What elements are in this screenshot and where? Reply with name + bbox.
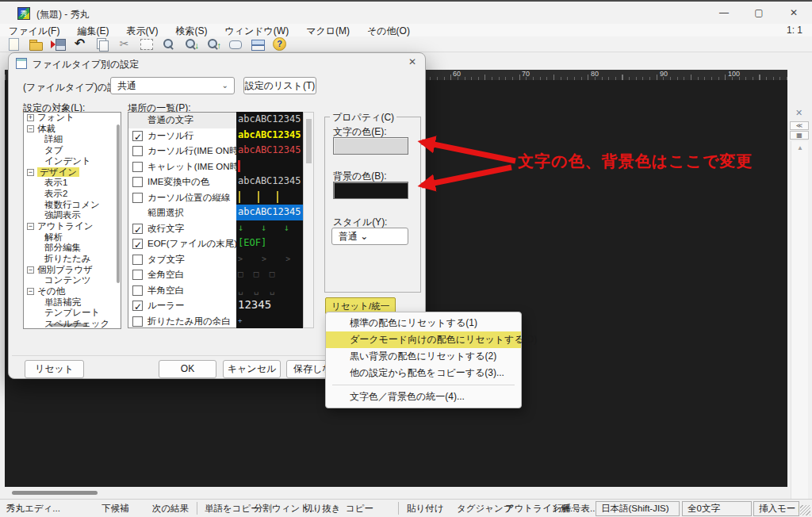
copy-icon[interactable] xyxy=(95,37,109,51)
tree-item[interactable]: −アウトライン xyxy=(24,221,121,232)
search-up-icon[interactable]: ↑ xyxy=(206,37,220,51)
expand-plus-icon[interactable]: + xyxy=(27,114,34,121)
tree-item[interactable]: タブ xyxy=(24,145,121,156)
reset-button[interactable]: リセット xyxy=(25,360,84,378)
tree-item[interactable]: 表示2 xyxy=(24,189,121,200)
tree-item[interactable]: コンテンツ xyxy=(24,275,121,286)
tree-item[interactable]: 折りたたみ xyxy=(24,254,121,265)
location-checkbox[interactable] xyxy=(132,177,143,187)
maximize-button[interactable]: ▢ xyxy=(741,2,776,24)
location-item[interactable]: カーソル行 xyxy=(128,128,236,144)
location-checkbox[interactable] xyxy=(132,270,143,280)
location-item[interactable]: ルーラー xyxy=(128,298,236,314)
statusbar-item[interactable]: コピー xyxy=(346,503,373,515)
cut-icon[interactable]: ✂ xyxy=(117,37,131,51)
ok-button[interactable]: OK xyxy=(159,360,216,378)
collapse-minus-icon[interactable]: − xyxy=(27,288,34,295)
open-folder-icon[interactable] xyxy=(29,37,42,51)
statusbar-item[interactable]: 貼り付け xyxy=(407,503,444,515)
new-file-icon[interactable] xyxy=(6,37,20,51)
location-item[interactable]: 全角空白 xyxy=(128,267,236,283)
tree-item[interactable]: +フォント xyxy=(24,113,121,124)
collapse-minus-icon[interactable]: − xyxy=(27,223,34,230)
resize-grip[interactable] xyxy=(800,505,810,515)
context-menu-item[interactable]: 他の設定から配色をコピーする(3)... xyxy=(326,365,521,381)
vertical-scrollbar[interactable]: ▲ xyxy=(791,141,808,517)
location-item[interactable]: キャレット(IME ON時) xyxy=(128,159,236,175)
tree-item[interactable]: 解析 xyxy=(24,232,121,243)
location-item[interactable]: カーソル行(IME ON時) xyxy=(128,144,236,159)
location-checkbox[interactable] xyxy=(132,193,143,203)
location-checkbox[interactable] xyxy=(132,224,143,234)
tree-item[interactable]: −その他 xyxy=(24,286,121,297)
location-checkbox[interactable] xyxy=(132,162,143,172)
hscroll-thumb[interactable] xyxy=(12,491,98,495)
settings-list-button[interactable]: 設定のリスト(T) xyxy=(243,77,316,94)
location-checkbox[interactable] xyxy=(132,285,143,296)
tree-item[interactable]: −デザイン xyxy=(24,167,121,178)
filetype-combo[interactable]: 共通 ⌄ xyxy=(110,77,235,94)
location-checkbox[interactable] xyxy=(132,301,143,311)
collapse-minus-icon[interactable]: − xyxy=(27,169,34,176)
statusbar-item[interactable]: 下候補 xyxy=(102,503,129,515)
statusbar-cell[interactable]: 全0文字 xyxy=(682,501,752,516)
split-window-icon[interactable] xyxy=(251,37,264,51)
search-icon[interactable] xyxy=(162,37,175,51)
location-checkbox[interactable] xyxy=(132,131,143,141)
preview-scroll-thumb[interactable] xyxy=(306,119,312,163)
scroll-up-icon[interactable]: ▲ xyxy=(797,144,803,151)
location-checkbox[interactable] xyxy=(132,316,143,327)
select-all-icon[interactable] xyxy=(140,37,153,51)
location-item[interactable]: タブ文字 xyxy=(128,252,236,268)
context-menu-item[interactable]: 標準の配色にリセットする(1) xyxy=(326,315,521,331)
location-checkbox[interactable] xyxy=(132,255,143,265)
text-color-button[interactable] xyxy=(333,137,408,155)
statusbar-cell[interactable]: 日本語(Shift-JIS) xyxy=(596,501,680,516)
tree-item[interactable]: −個別ブラウザ xyxy=(24,265,121,276)
statusbar-item[interactable]: 行番号表... xyxy=(553,503,598,515)
close-button[interactable]: ✕ xyxy=(776,2,811,24)
location-item[interactable]: IME変換中の色 xyxy=(128,174,236,190)
location-item[interactable]: EOF(ファイルの末尾) xyxy=(128,236,236,252)
statusbar-item[interactable]: 秀丸エディ... xyxy=(6,503,60,515)
location-item[interactable]: 範囲選択 xyxy=(128,205,236,221)
minimize-button[interactable]: — xyxy=(707,2,741,24)
statusbar-item[interactable]: 単語をコピー xyxy=(205,503,260,515)
panel-collapse-icon[interactable]: ≪ xyxy=(790,121,809,130)
tree-item[interactable]: 表示1 xyxy=(24,178,121,189)
statusbar-cell[interactable]: 挿入モード xyxy=(753,501,799,516)
context-menu-item[interactable]: 黒い背景の配色にリセットする(2) xyxy=(326,348,521,365)
location-checkbox[interactable] xyxy=(132,239,143,249)
style-combo[interactable]: 普通 ⌄ xyxy=(331,228,408,245)
tree-item[interactable]: 複数行コメン xyxy=(24,200,121,211)
location-item[interactable]: 普通の文字 xyxy=(128,113,236,128)
tree-item[interactable]: インデント xyxy=(24,156,121,167)
horizontal-scrollbar[interactable] xyxy=(5,487,787,498)
location-item[interactable]: 折りたたみ用の余白 xyxy=(128,314,236,329)
panel-grid-icon[interactable]: ▦ xyxy=(790,131,809,140)
undo-icon[interactable]: ↶ xyxy=(73,37,86,51)
collapse-minus-icon[interactable]: − xyxy=(27,125,34,132)
collapse-minus-icon[interactable]: − xyxy=(27,266,34,274)
tree-item[interactable]: −体裁 xyxy=(24,124,121,135)
location-checkbox[interactable] xyxy=(132,146,143,156)
panel-close-icon[interactable]: ✕ xyxy=(795,108,802,118)
dialog-close-icon[interactable]: ✕ xyxy=(402,56,423,71)
tree-item[interactable]: 部分編集 xyxy=(24,243,121,254)
location-item[interactable]: カーソル位置の縦線 xyxy=(128,190,236,206)
statusbar-item[interactable]: 切り抜き xyxy=(304,503,341,515)
bg-color-button[interactable] xyxy=(333,182,408,199)
help-icon[interactable]: ? xyxy=(273,37,286,51)
grep-icon[interactable] xyxy=(228,37,242,51)
tree-item[interactable]: 詳細 xyxy=(24,134,121,145)
preview-scrollbar[interactable] xyxy=(303,112,314,328)
cancel-button[interactable]: キャンセル xyxy=(223,360,281,378)
context-menu-item[interactable]: ダークモード向けの配色にリセットする(D) xyxy=(326,331,521,348)
search-down-icon[interactable]: ↓ xyxy=(184,37,197,51)
tree-item[interactable]: 単語補完 xyxy=(24,297,121,308)
tree-item[interactable]: 強調表示 xyxy=(24,210,121,221)
location-item[interactable]: 改行文字 xyxy=(128,221,236,237)
tree-item[interactable]: スペルチェック xyxy=(24,319,121,329)
tree-item[interactable]: テンプレート xyxy=(24,308,121,319)
location-item[interactable]: 半角空白 xyxy=(128,283,236,299)
